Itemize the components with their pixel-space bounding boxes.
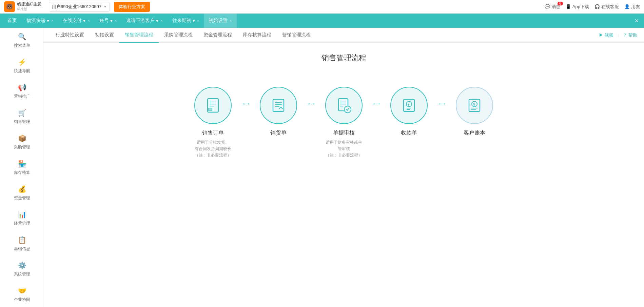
nav-invite-close[interactable]: ×	[160, 19, 162, 23]
nav-initial-setup-close[interactable]: ×	[230, 19, 232, 23]
nav-account-label: 账号	[99, 18, 109, 24]
sidebar-item-collab[interactable]: 🤝 企业协同	[0, 282, 43, 307]
sidebar-item-quicknav[interactable]: ⚡ 快捷导航	[0, 53, 43, 79]
svg-rect-5	[273, 99, 284, 111]
subtab-inventory-flow[interactable]: 库存核算流程	[237, 28, 277, 43]
logo-icon: 🐻	[4, 1, 15, 12]
nav-home-label: 首页	[7, 18, 17, 24]
online-service-button[interactable]: 🎧 在线客服	[594, 4, 619, 10]
top-bar: 🐻 畅捷通好生意 标准版 用户690企业1660120507 ▼ 体验行业方案 …	[0, 0, 644, 14]
message-badge: 6	[558, 2, 563, 5]
help-icon: ？	[623, 33, 627, 38]
play-icon: ▶	[599, 33, 603, 38]
nav-logistics-dropdown-icon: ▾	[47, 18, 49, 23]
flow-arrow-3: ···→	[371, 100, 382, 107]
flow-diagram: 销售订单 适用于分批发货、有合同发货周期较长（注：非必要流程） ···→	[57, 80, 630, 166]
flow-arrow-4: ···→	[436, 100, 447, 107]
sidebar-label-inventory: 库存核算	[14, 170, 30, 176]
help-link[interactable]: ？ 帮助	[623, 32, 637, 38]
divider: |	[618, 33, 619, 38]
sidebar-item-search[interactable]: 🔍 搜索菜单	[0, 28, 43, 53]
basic-icon: 📋	[18, 236, 26, 244]
nav-initial-setup-label: 初始设置	[209, 18, 228, 24]
subtab-initial[interactable]: 初始设置	[90, 28, 119, 43]
flow-label-sales-order: 销售订单	[202, 129, 224, 137]
system-icon: ⚙️	[18, 261, 26, 269]
flow-item-audit: 单据审核 适用于财务审核或主管审核（注：非必要流程）	[317, 87, 371, 159]
flow-circle-account[interactable]: ¥	[456, 87, 493, 124]
flow-desc-audit: 适用于财务审核或主管审核（注：非必要流程）	[326, 139, 362, 159]
flow-circle-delivery[interactable]	[260, 87, 297, 124]
flow-arrow-1: ···→	[240, 100, 251, 107]
flow-circle-audit[interactable]	[325, 87, 363, 124]
nav-invite[interactable]: 邀请下游客户 ▾ ×	[121, 14, 167, 28]
flow-label-account: 客户账本	[464, 129, 485, 137]
sidebar-item-system[interactable]: ⚙️ 系统管理	[0, 257, 43, 282]
quicknav-icon: ⚡	[18, 58, 26, 66]
flow-circle-sales-order[interactable]	[194, 87, 232, 124]
message-icon: 💬	[545, 4, 550, 9]
nav-bar: 首页 物流快递 ▾ × 在线支付 ▾ × 账号 ▾ × 邀请下游客户 ▾ × 往…	[0, 14, 644, 28]
sub-tabs: 行业特性设置 初始设置 销售管理流程 采购管理流程 资金管理流程 库存核算流程 …	[43, 28, 644, 43]
sidebar-item-marketing[interactable]: 📢 营销推广	[0, 79, 43, 104]
subtab-sales-flow[interactable]: 销售管理流程	[119, 28, 159, 43]
user-selector[interactable]: 用户690企业1660120507 ▼	[49, 2, 110, 12]
flow-arrow-2: ···→	[306, 100, 317, 107]
search-icon: 🔍	[18, 33, 26, 41]
sidebar-label-purchase: 采购管理	[14, 144, 30, 150]
headset-icon: 🎧	[594, 4, 600, 9]
sidebar-item-sales[interactable]: 🛒 销售管理	[0, 104, 43, 129]
sidebar-item-purchase[interactable]: 📦 采购管理	[0, 129, 43, 155]
user-label: 用户690企业1660120507	[52, 4, 101, 10]
nav-close-all[interactable]: ×	[632, 17, 641, 24]
sidebar-label-operation: 经营管理	[14, 221, 30, 226]
sidebar-item-inventory[interactable]: 🏪 库存核算	[0, 155, 43, 180]
user-menu-button[interactable]: 👤 用友	[624, 4, 640, 10]
finance-icon: 💰	[18, 185, 26, 193]
nav-payment[interactable]: 在线支付 ▾ ×	[58, 14, 94, 28]
app-download-button[interactable]: 📱 App下载	[566, 4, 589, 10]
nav-payment-close[interactable]: ×	[87, 19, 90, 23]
operation-icon: 📊	[18, 210, 26, 219]
sidebar-label-quicknav: 快捷导航	[14, 68, 30, 74]
nav-account[interactable]: 账号 ▾ ×	[95, 14, 121, 28]
top-right-actions: 💬 消息 6 📱 App下载 🎧 在线客服 👤 用友	[545, 4, 640, 10]
svg-text:¥: ¥	[473, 102, 475, 107]
subtab-marketing-flow[interactable]: 营销管理流程	[277, 28, 316, 43]
sidebar-item-finance[interactable]: 💰 资金管理	[0, 180, 43, 206]
video-link[interactable]: ▶ 视频	[599, 32, 613, 38]
nav-logistics-close[interactable]: ×	[51, 19, 53, 23]
marketing-icon: 📢	[18, 83, 26, 91]
subtab-purchase-flow[interactable]: 采购管理流程	[159, 28, 198, 43]
trial-button[interactable]: 体验行业方案	[114, 2, 150, 12]
nav-invite-label: 邀请下游客户	[126, 18, 155, 24]
logo-area: 🐻 畅捷通好生意 标准版	[4, 1, 45, 12]
nav-initial-setup[interactable]: 初始设置 ×	[204, 14, 236, 28]
nav-home[interactable]: 首页	[3, 14, 22, 28]
nav-period[interactable]: 往来期初 ▾ ×	[168, 14, 204, 28]
purchase-icon: 📦	[18, 134, 26, 142]
nav-period-close[interactable]: ×	[197, 19, 199, 23]
messages-button[interactable]: 💬 消息 6	[545, 4, 560, 10]
subtab-industry[interactable]: 行业特性设置	[50, 28, 90, 43]
nav-logistics[interactable]: 物流快递 ▾ ×	[22, 14, 58, 28]
sidebar-label-system: 系统管理	[14, 271, 30, 277]
sidebar: 🔍 搜索菜单 ⚡ 快捷导航 📢 营销推广 🛒 销售管理 📦 采购管理 🏪 库存核…	[0, 28, 43, 307]
avatar-icon: 👤	[624, 4, 630, 9]
logo-text: 畅捷通好生意	[17, 2, 41, 7]
flow-item-receipt: ¥ 收款单	[382, 87, 436, 139]
nav-account-close[interactable]: ×	[115, 19, 117, 23]
flow-desc-sales-order: 适用于分批发货、有合同发货周期较长（注：非必要流程）	[195, 139, 231, 159]
sidebar-item-operation[interactable]: 📊 经营管理	[0, 206, 43, 231]
sidebar-label-marketing: 营销推广	[14, 94, 30, 99]
nav-payment-label: 在线支付	[63, 18, 82, 24]
subtab-finance-flow[interactable]: 资金管理流程	[198, 28, 237, 43]
nav-account-dropdown-icon: ▾	[110, 18, 113, 23]
sidebar-item-basic[interactable]: 📋 基础信息	[0, 231, 43, 257]
flow-circle-receipt[interactable]: ¥	[390, 87, 428, 124]
flow-label-delivery: 销货单	[270, 129, 287, 137]
page-content: 销售管理流程 销售订单 适用于分批发货、有合同发货周期较长（	[43, 43, 644, 176]
sidebar-label-finance: 资金管理	[14, 195, 30, 201]
collab-icon: 🤝	[18, 287, 26, 295]
nav-logistics-label: 物流快递	[26, 18, 45, 24]
